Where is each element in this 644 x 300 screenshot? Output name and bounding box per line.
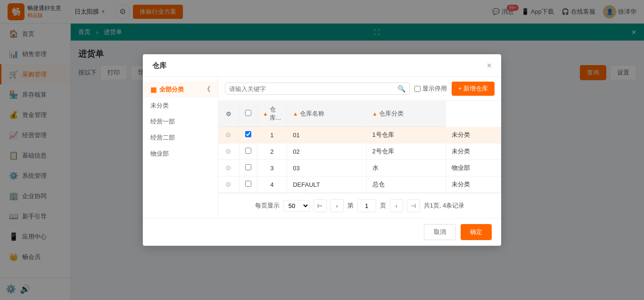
add-warehouse-button[interactable]: + 新增仓库 [452, 82, 495, 96]
table-row[interactable]: ⚙ 2 02 2号仓库 未分类 [218, 143, 501, 160]
confirm-button[interactable]: 确定 [461, 224, 492, 240]
table-header-row: ⚙ ▲ 仓库... [218, 101, 501, 127]
page-label: 第 [347, 201, 354, 210]
dialog-header: 仓库 × [143, 54, 501, 77]
pagination: 每页显示 501020100 ⊢ ‹ 第 页 › ⊣ 共1页, 4条记录 [218, 193, 501, 218]
search-input-wrap: 🔍 [225, 83, 410, 95]
category-item-dept2[interactable]: 经营二部 [143, 130, 218, 146]
row-code-cell-3: DEFAULT [287, 176, 366, 193]
row-category-cell-3: 未分类 [446, 176, 501, 193]
dialog-title: 仓库 [152, 61, 166, 70]
row-num-cell-3: 4 [257, 176, 287, 193]
row-cb-cell-1[interactable] [239, 143, 257, 160]
row-category-cell-1: 未分类 [446, 143, 501, 160]
category-all[interactable]: ▦ 全部分类 《 [143, 82, 218, 98]
sort-icon-cat: ▲ [372, 111, 378, 117]
dialog-body: ▦ 全部分类 《 未分类 经营一部 经营二部 物业部 🔍 [143, 77, 501, 218]
row-code-cell-2: 03 [287, 160, 366, 176]
category-item-uncategorized[interactable]: 未分类 [143, 98, 218, 114]
table-row[interactable]: ⚙ 3 03 水 物业部 [218, 160, 501, 176]
row-name-cell-0: 1号仓库 [366, 127, 446, 143]
row-gear-cell-0[interactable]: ⚙ [218, 127, 239, 143]
warehouse-dialog: 仓库 × ▦ 全部分类 《 未分类 经营一部 经营二部 物业部 [143, 54, 501, 246]
dialog-footer: 取消 确定 [143, 218, 501, 246]
search-input[interactable] [229, 85, 395, 92]
row-num-cell-1: 2 [257, 143, 287, 160]
col-header-gear: ⚙ [218, 101, 239, 127]
row-cb-cell-3[interactable] [239, 176, 257, 193]
page-input[interactable] [357, 199, 376, 212]
show-disabled-label: 显示停用 [414, 84, 447, 93]
dialog-close-button[interactable]: × [487, 61, 492, 71]
select-all-checkbox[interactable] [245, 110, 251, 116]
row-code-cell-1: 02 [287, 143, 366, 160]
row-num-cell-0: 1 [257, 127, 287, 143]
row-code-cell-0: 01 [287, 127, 366, 143]
show-disabled-checkbox[interactable] [414, 86, 421, 92]
row-cb-cell-2[interactable] [239, 160, 257, 176]
category-content: 🔍 显示停用 + 新增仓库 ⚙ [218, 77, 501, 218]
category-item-property[interactable]: 物业部 [143, 146, 218, 162]
collapse-icon[interactable]: 《 [204, 85, 210, 94]
col-header-code: ▲ 仓库... [257, 101, 287, 127]
cancel-button[interactable]: 取消 [424, 224, 456, 240]
row-category-cell-0: 未分类 [446, 127, 501, 143]
cat-toolbar: 🔍 显示停用 + 新增仓库 [218, 77, 501, 101]
total-info: 共1页, 4条记录 [424, 201, 465, 210]
sort-icon-name: ▲ [293, 111, 298, 117]
prev-page-button[interactable]: ‹ [330, 199, 344, 212]
warehouse-table: ⚙ ▲ 仓库... [218, 101, 501, 193]
row-gear-cell-2[interactable]: ⚙ [218, 160, 239, 176]
sort-icon-code: ▲ [263, 111, 268, 117]
page-unit: 页 [380, 201, 386, 210]
last-page-button[interactable]: ⊣ [407, 199, 420, 212]
table-row[interactable]: ⚙ 4 DEFAULT 总仓 未分类 [218, 176, 501, 193]
per-page-label: 每页显示 [255, 201, 280, 210]
category-item-dept1[interactable]: 经营一部 [143, 114, 218, 130]
first-page-button[interactable]: ⊢ [314, 199, 327, 212]
row-name-cell-3: 总仓 [366, 176, 446, 193]
col-header-name: ▲ 仓库名称 [287, 101, 366, 127]
col-header-checkbox [239, 101, 257, 127]
search-icon[interactable]: 🔍 [397, 85, 405, 92]
row-cb-cell-0[interactable] [239, 127, 257, 143]
row-gear-cell-1[interactable]: ⚙ [218, 143, 239, 160]
row-name-cell-2: 水 [366, 160, 446, 176]
row-gear-cell-3[interactable]: ⚙ [218, 176, 239, 193]
table-row[interactable]: ⚙ 1 01 1号仓库 未分类 [218, 127, 501, 143]
grid-icon: ▦ [150, 86, 157, 93]
per-page-select[interactable]: 501020100 [283, 200, 310, 212]
dialog-overlay: 仓库 × ▦ 全部分类 《 未分类 经营一部 经营二部 物业部 [0, 0, 644, 300]
row-category-cell-2: 物业部 [446, 160, 501, 176]
col-header-category: ▲ 仓库分类 [366, 101, 446, 127]
row-name-cell-1: 2号仓库 [366, 143, 446, 160]
next-page-button[interactable]: › [390, 199, 403, 212]
category-panel: ▦ 全部分类 《 未分类 经营一部 经营二部 物业部 [143, 77, 218, 218]
row-num-cell-2: 3 [257, 160, 287, 176]
